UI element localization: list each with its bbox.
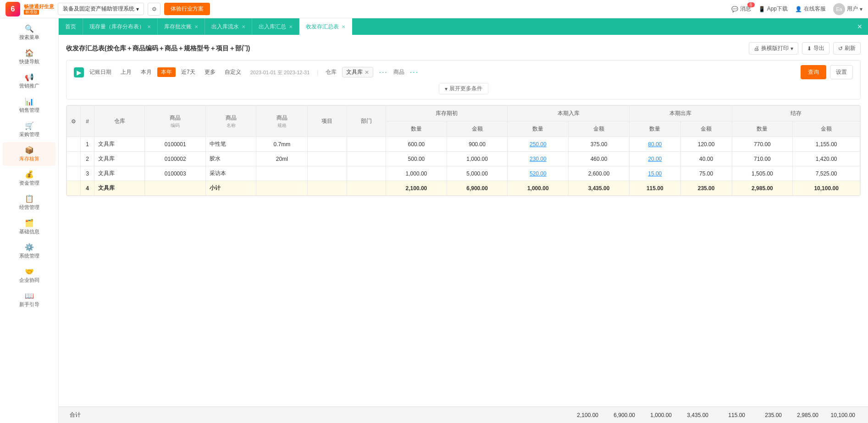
row-goods-name: 中性笔 — [206, 137, 256, 152]
print-button[interactable]: 🖨 换横版打印 ▾ — [749, 42, 798, 55]
sidebar-item-sales[interactable]: 📊 销售管理 — [3, 93, 55, 117]
row-out-qty[interactable]: 20.00 — [629, 152, 680, 166]
tab-receive-summary[interactable]: 收发存汇总表 ✕ — [299, 18, 352, 35]
online-service-button[interactable]: 👤 在线客服 — [795, 5, 826, 13]
tab-inout-flow[interactable]: 出入库流水 ✕ — [205, 18, 252, 35]
tab-inout-summary[interactable]: 出入库汇总 ✕ — [252, 18, 299, 35]
refresh-button[interactable]: ↺ 刷新 — [833, 42, 861, 55]
filter-toggle-button[interactable]: ▶ — [74, 67, 84, 77]
date-btn-7days[interactable]: 近7天 — [177, 67, 199, 77]
col-closing-qty-header: 数量 — [732, 121, 793, 137]
warehouse-more-icon[interactable]: ··· — [379, 68, 387, 77]
system-selector[interactable]: 装备及固定资产辅助管理系统 ▾ — [58, 3, 144, 15]
date-btn-this-month[interactable]: 本月 — [137, 67, 155, 77]
row-goods-name: 胶水 — [206, 152, 256, 166]
row-out-amt: 75.00 — [680, 166, 732, 181]
message-icon: 💬 — [731, 6, 738, 12]
tab-home[interactable]: 首页 — [59, 18, 83, 35]
tab-close-icon[interactable]: ✕ — [242, 24, 245, 29]
app-download-button[interactable]: 📱 App下载 — [758, 5, 788, 13]
row-in-qty[interactable]: 250.00 — [508, 137, 569, 152]
page-title: 收发存汇总表(按仓库＋商品编码＋商品＋规格型号＋项目＋部门) — [66, 44, 250, 53]
date-btn-custom[interactable]: 自定义 — [221, 67, 245, 77]
sidebar-item-collab[interactable]: 🤝 企业协同 — [3, 264, 55, 287]
sidebar-item-system[interactable]: ⚙️ 系统管理 — [3, 239, 55, 263]
expand-conditions-button[interactable]: ▾ 展开更多条件 — [439, 83, 488, 94]
sidebar-item-guide[interactable]: 📖 新手引导 — [3, 288, 55, 312]
total-out-qty: 115.00 — [714, 412, 751, 418]
col-settings-header[interactable]: ⚙ — [67, 106, 81, 137]
chevron-down-icon: ▾ — [136, 6, 139, 12]
row-settings-cell — [67, 137, 81, 152]
expand-icon: ▾ — [445, 86, 448, 92]
tab-inventory-batch[interactable]: 库存批次账 ✕ — [158, 18, 205, 35]
trial-button[interactable]: 体验行业方案 — [164, 3, 210, 15]
tab-bar: 首页 现存量（库存分布表） ✕ 库存批次账 ✕ 出入库流水 ✕ 出入库汇总 ✕ — [59, 18, 868, 35]
tab-close-icon[interactable]: ✕ — [289, 24, 293, 29]
row-in-amt: 2,600.00 — [569, 166, 630, 181]
row-goods-code — [145, 181, 206, 196]
col-in-header: 本期入库 — [508, 106, 629, 121]
sidebar-item-operations[interactable]: 📋 经营管理 — [3, 191, 55, 214]
tab-inventory-distribution[interactable]: 现存量（库存分布表） ✕ — [83, 18, 158, 35]
filter-settings-button[interactable]: 设置 — [830, 65, 853, 79]
row-opening-qty: 600.00 — [386, 137, 447, 152]
row-closing-qty: 2,985.00 — [732, 181, 793, 196]
sidebar-item-search[interactable]: 🔍 搜索菜单 — [3, 21, 55, 44]
sidebar-item-finance[interactable]: 💰 资金管理 — [3, 166, 55, 190]
col-project-header: 项目 — [308, 106, 347, 137]
row-out-amt: 120.00 — [680, 137, 732, 152]
row-closing-amt: 10,100.00 — [793, 181, 860, 196]
row-in-amt: 375.00 — [569, 137, 630, 152]
col-goodsspec-header: 商品规格 — [256, 106, 308, 137]
date-btn-this-year[interactable]: 本年 — [157, 67, 176, 77]
row-out-qty[interactable]: 15.00 — [629, 166, 680, 181]
tab-close-active-icon[interactable]: ✕ — [342, 24, 345, 29]
sidebar-item-quicknav[interactable]: 🏠 快捷导航 — [3, 45, 55, 69]
row-closing-qty: 710.00 — [732, 152, 793, 166]
goods-more-icon[interactable]: ··· — [410, 68, 419, 77]
row-department — [347, 166, 386, 181]
tab-bar-close-button[interactable]: ✕ — [851, 18, 868, 35]
warehouse-tag-close-icon[interactable]: ✕ — [365, 69, 369, 76]
table-row: 4 文具库 小计 2,100.00 6,900.00 1,000.00 3,43… — [67, 181, 860, 196]
tab-close-icon[interactable]: ✕ — [147, 24, 151, 29]
sidebar-item-purchase[interactable]: 🛒 采购管理 — [3, 118, 55, 142]
sidebar: 🔍 搜索菜单 🏠 快捷导航 📢 营销推广 📊 销售管理 🛒 采购管 — [0, 18, 59, 423]
row-closing-amt: 7,525.00 — [793, 166, 860, 181]
row-in-amt: 460.00 — [569, 152, 630, 166]
settings-button[interactable]: ⚙ — [148, 3, 160, 16]
col-goodsname-header: 商品名称 — [206, 106, 256, 137]
tab-close-icon[interactable]: ✕ — [194, 24, 198, 29]
query-button[interactable]: 查询 — [801, 65, 826, 79]
user-chevron-icon: ▾ — [860, 6, 862, 12]
user-menu[interactable]: Ea 用户 ▾ — [833, 3, 862, 15]
date-btn-last-month[interactable]: 上月 — [117, 67, 135, 77]
row-warehouse: 文具库 — [94, 137, 145, 152]
row-closing-amt: 1,420.00 — [793, 152, 860, 166]
book-icon: 📖 — [25, 291, 34, 300]
row-num: 1 — [81, 137, 94, 152]
date-btn-more[interactable]: 更多 — [201, 67, 219, 77]
row-warehouse: 文具库 — [94, 152, 145, 166]
row-closing-amt: 1,155.00 — [793, 137, 860, 152]
sidebar-item-marketing[interactable]: 📢 营销推广 — [3, 69, 55, 93]
row-opening-qty: 500.00 — [386, 152, 447, 166]
row-in-qty[interactable]: 520.00 — [508, 166, 569, 181]
col-goodscode-header: 商品编码 — [145, 106, 206, 137]
date-filter-label: 记账日期 — [89, 68, 111, 76]
row-out-qty[interactable]: 80.00 — [629, 137, 680, 152]
row-in-qty[interactable]: 230.00 — [508, 152, 569, 166]
sidebar-item-inventory[interactable]: 📦 库存核算 — [3, 142, 55, 166]
row-goods-name: 小计 — [206, 181, 256, 196]
export-button[interactable]: ⬇ 导出 — [802, 42, 829, 55]
row-goods-spec — [256, 181, 308, 196]
row-department — [347, 137, 386, 152]
warehouse-tag[interactable]: 文具库 ✕ — [342, 67, 373, 77]
row-num: 4 — [81, 181, 94, 196]
sidebar-item-basic[interactable]: 🗂️ 基础信息 — [3, 215, 55, 239]
brand-name: 畅捷通好生意 — [24, 3, 54, 10]
message-button[interactable]: 💬 消息 6 — [731, 5, 751, 13]
row-goods-code: 0100001 — [145, 137, 206, 152]
chart-icon: 📊 — [25, 97, 34, 106]
